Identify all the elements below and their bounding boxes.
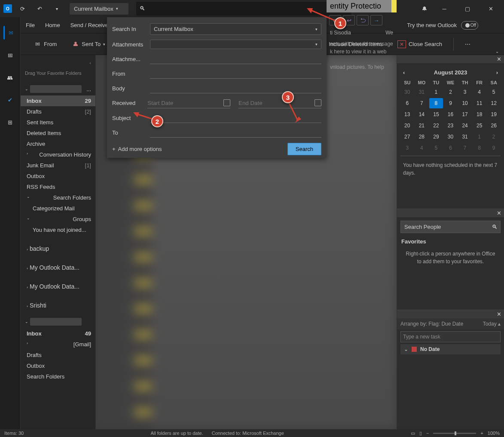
rail-mail-icon[interactable]: ✉	[3, 26, 17, 40]
maximize-button[interactable]: ▢	[458, 0, 477, 17]
folder-item[interactable]: Drafts	[21, 350, 95, 360]
calendar-day[interactable]: 17	[458, 109, 472, 120]
new-task-input[interactable]: Type a new task	[400, 331, 501, 342]
task-group-no-date[interactable]: ⌄ No Date	[400, 344, 501, 354]
calendar-day[interactable]: 10	[458, 98, 472, 108]
from-filter-button[interactable]: ✉ From	[30, 38, 60, 51]
calendar-day[interactable]: 9	[444, 98, 458, 108]
folder-item[interactable]: Inbox49	[21, 328, 95, 339]
zoom-out-icon[interactable]: −	[426, 431, 429, 436]
calendar-day[interactable]: 1	[429, 87, 443, 97]
folder-item[interactable]: RSS Feeds	[21, 182, 95, 192]
folder-item[interactable]: Archive	[21, 138, 95, 149]
menu-home[interactable]: Home	[45, 22, 60, 28]
folder-item[interactable]: ⌄Groups	[21, 214, 95, 225]
calendar-day[interactable]: 20	[400, 120, 414, 131]
from-input[interactable]	[150, 68, 321, 79]
tasks-arrange-label[interactable]: Arrange by: Flag: Due Date	[400, 321, 463, 327]
folder-item[interactable]: Outbox	[21, 171, 95, 182]
calendar-day[interactable]: 30	[444, 132, 458, 142]
calendar-day[interactable]: 3	[458, 87, 472, 97]
calendar-icon[interactable]	[315, 99, 321, 106]
calendar-day[interactable]: 26	[487, 120, 501, 131]
folder-item[interactable]: ›[Gmail]	[21, 339, 95, 350]
calendar-day[interactable]: 31	[458, 132, 472, 142]
calendar-day[interactable]: 1	[473, 132, 486, 142]
folder-item[interactable]: Junk Email[1]	[21, 160, 95, 171]
folder-item[interactable]: Deleted Items	[21, 128, 95, 138]
account-2[interactable]: ⌄	[21, 315, 95, 328]
try-new-toggle[interactable]: Off	[461, 21, 478, 30]
calendar-day[interactable]: 27	[400, 132, 414, 142]
calendar-day[interactable]: 15	[429, 109, 443, 120]
calendar-day[interactable]: 14	[415, 109, 429, 120]
zoom-in-icon[interactable]: +	[480, 431, 483, 436]
calendar-day[interactable]: 8	[429, 98, 443, 108]
more-options-button[interactable]: ⋯	[461, 38, 474, 50]
folder-item[interactable]: Categorized Mail	[21, 203, 95, 214]
calendar-day[interactable]: 13	[400, 109, 414, 120]
rail-people-icon[interactable]: 👥︎	[3, 71, 17, 84]
calendar-day[interactable]: 18	[473, 109, 486, 120]
minimize-button[interactable]: ─	[434, 0, 454, 17]
calendar-day[interactable]: 9	[487, 143, 501, 153]
folder-item[interactable]: You have not joined...	[21, 225, 95, 235]
account-folder[interactable]: ›My Outlook Data...	[21, 262, 95, 273]
ribbon-expand-icon[interactable]: ⌄	[495, 49, 499, 54]
search-people-input[interactable]: Search People 🔍︎	[400, 221, 501, 233]
account-folder[interactable]: ›My Outlook Data...	[21, 281, 95, 292]
calendar-next-icon[interactable]: ›	[494, 68, 501, 77]
account-1[interactable]: ⌄ ...	[21, 83, 95, 95]
calendar-day[interactable]: 23	[444, 120, 458, 131]
search-in-select[interactable]: Current Mailbox ▾	[150, 23, 321, 35]
tasks-today-label[interactable]: Today	[483, 321, 497, 327]
calendar-day[interactable]: 4	[415, 143, 429, 153]
mailbox-selector[interactable]: Current Mailbox ▾	[70, 3, 128, 15]
calendar-day[interactable]: 25	[473, 120, 486, 131]
attachment-name-input[interactable]	[150, 54, 321, 64]
calendar-day[interactable]: 2	[487, 132, 501, 142]
folder-item[interactable]: Search Folders	[21, 371, 95, 382]
to-input[interactable]	[150, 127, 321, 138]
calendar-icon[interactable]	[223, 99, 230, 106]
folder-item[interactable]: Drafts[2]	[21, 106, 95, 117]
menu-file[interactable]: File	[26, 22, 35, 28]
view-reading-icon[interactable]: ▯	[419, 431, 422, 436]
calendar-day[interactable]: 31	[415, 87, 429, 97]
add-more-options-button[interactable]: + Add more options	[112, 146, 162, 152]
rail-tasks-icon[interactable]: ✔	[3, 93, 17, 107]
folder-item[interactable]: ›Conversation History	[21, 149, 95, 160]
folder-item[interactable]: Outbox	[21, 360, 95, 371]
view-normal-icon[interactable]: ▭	[411, 431, 415, 436]
calendar-day[interactable]: 19	[487, 109, 501, 120]
calendar-day[interactable]: 6	[444, 143, 458, 153]
folder-item[interactable]: Inbox29	[21, 95, 95, 106]
undo-icon[interactable]: ↶	[33, 2, 46, 15]
folder-item[interactable]: Sent Items	[21, 117, 95, 128]
sent-to-filter-button[interactable]: 👤︎ Sent To ▾	[68, 38, 109, 51]
calendar-day[interactable]: 6	[400, 98, 414, 108]
close-calendar-pane[interactable]: ✕	[397, 55, 504, 63]
account-folder[interactable]: ›Srishti	[21, 300, 95, 311]
calendar-day[interactable]: 12	[487, 98, 501, 108]
reply-all-icon[interactable]: ⮌	[357, 15, 369, 25]
forward-icon[interactable]: →	[370, 15, 382, 25]
calendar-day[interactable]: 3	[400, 143, 414, 153]
calendar-day[interactable]: 11	[473, 98, 486, 108]
close-tasks-pane[interactable]: ✕	[397, 310, 504, 318]
calendar-day[interactable]: 16	[444, 109, 458, 120]
calendar-day[interactable]: 30	[400, 87, 414, 97]
calendar-day[interactable]: 4	[473, 87, 486, 97]
body-input[interactable]	[150, 83, 321, 93]
refresh-icon[interactable]: ⟳	[15, 2, 29, 15]
account-folder[interactable]: ›backup	[21, 243, 95, 254]
attachments-select[interactable]: ▾	[150, 40, 321, 49]
collapse-favorites-icon[interactable]: ‹	[89, 60, 91, 65]
calendar-day[interactable]: 7	[458, 143, 472, 153]
menu-send-receive[interactable]: Send / Receive	[70, 22, 108, 28]
calendar-day[interactable]: 24	[458, 120, 472, 131]
calendar-prev-icon[interactable]: ‹	[400, 68, 407, 77]
close-search-button[interactable]: ✕ Close Search	[394, 38, 446, 51]
calendar-day[interactable]: 7	[415, 98, 429, 108]
close-window-button[interactable]: ✕	[481, 0, 501, 17]
